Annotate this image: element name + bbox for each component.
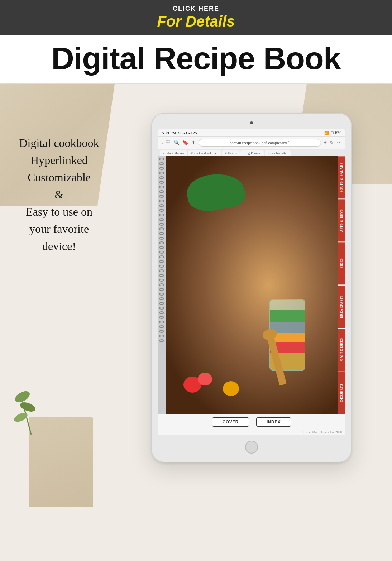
left-text-panel: Digital cookbookHyperlinkedCustomizable&… <box>0 106 111 255</box>
spiral-loop <box>159 325 164 328</box>
wifi-icon: 📶 <box>324 131 329 135</box>
spiral-loop <box>159 214 164 216</box>
leaf-decoration <box>11 385 39 435</box>
spiral-loop <box>159 251 164 254</box>
spiral-loop <box>159 260 164 263</box>
tab-product-planner[interactable]: Product Planner <box>160 150 187 156</box>
description-text: Digital cookbookHyperlinkedCustomizable&… <box>14 134 104 255</box>
tab-mint-gold[interactable]: × mint and gold la... <box>188 150 221 156</box>
tab-sides[interactable]: SIDES <box>338 242 345 284</box>
spiral-loop <box>159 162 164 165</box>
spiral-loop <box>159 288 164 291</box>
spiral-loop <box>159 200 164 202</box>
recipe-book-content: SOUPS & SALADS APPS & BEVS SIDES BREAKFA… <box>158 156 345 414</box>
tablet-bottom <box>158 438 345 456</box>
spiral-loop <box>159 209 164 212</box>
grid-icon[interactable]: ☷ <box>166 140 171 146</box>
edit-icon[interactable]: ✎ <box>330 140 334 146</box>
spiral-loop <box>159 311 164 314</box>
for-details-label: For Details <box>7 13 385 30</box>
tab-desserts[interactable]: DESSERTS <box>338 371 345 414</box>
back-button[interactable]: ‹ <box>161 140 163 145</box>
browser-toolbar[interactable]: ‹ ☷ 🔍 🔖 ⬆ portrait recipe book pdf-compr… <box>158 137 345 149</box>
leaf-c <box>13 411 29 423</box>
spiral-loop <box>159 172 164 174</box>
index-button[interactable]: INDEX <box>256 417 291 427</box>
spiral-loop <box>159 335 164 337</box>
spiral-loop <box>159 167 164 170</box>
spiral-binding <box>158 156 166 414</box>
spiral-loop <box>159 283 164 286</box>
tomato-2 <box>198 373 212 385</box>
spiral-loop <box>159 255 164 258</box>
spiral-loop <box>159 237 164 240</box>
spiral-loop <box>159 186 164 188</box>
leaf-b <box>19 401 37 413</box>
spiral-loop <box>159 223 164 226</box>
status-icons: 📶 ⊟ 19% <box>324 131 341 135</box>
spiral-loop <box>159 232 164 235</box>
spiral-loop <box>159 218 164 221</box>
spiral-loop <box>159 307 164 310</box>
recipe-credit: Sweet Mint Planner Co. 2020 <box>158 430 345 435</box>
bookmark-icon[interactable]: 🔖 <box>182 140 188 146</box>
bottom-section <box>0 543 392 561</box>
battery-indicator: ⊟ 19% <box>331 131 341 135</box>
tab-blog-planner[interactable]: Blog Planner <box>240 150 264 156</box>
click-here-label: CLICK HERE <box>7 5 385 13</box>
tab-kairos[interactable]: × Kairos <box>222 150 240 156</box>
spiral-loop <box>159 227 164 230</box>
spiral-loop <box>159 246 164 249</box>
spiral-loop <box>159 297 164 300</box>
spiral-loop <box>159 279 164 282</box>
spiral-loop <box>159 269 164 272</box>
spiral-loop <box>159 181 164 184</box>
spiral-loop <box>159 321 164 323</box>
spiral-loop <box>159 265 164 268</box>
spiral-loop <box>159 302 164 305</box>
search-icon[interactable]: 🔍 <box>173 140 180 146</box>
spiral-loop <box>159 158 164 160</box>
more-icon[interactable]: ⋯ <box>337 140 342 146</box>
spiral-loop <box>159 330 164 333</box>
status-bar: 5:53 PM Sun Oct 25 📶 ⊟ 19% <box>158 129 345 137</box>
browser-tabs: Product Planner × mint and gold la... × … <box>158 149 345 156</box>
spiral-loop <box>159 274 164 277</box>
tab-apps-bevs[interactable]: APPS & BEVS <box>338 199 345 241</box>
tablet-camera <box>250 121 253 124</box>
cover-button[interactable]: COVER <box>212 417 249 427</box>
top-banner[interactable]: CLICK HERE For Details <box>0 0 392 35</box>
page-title: Digital Recipe Book <box>7 42 385 75</box>
spiral-loop <box>159 293 164 296</box>
spiral-loop <box>159 339 164 342</box>
tab-breakfasts[interactable]: BREAKFASTS <box>338 286 345 328</box>
recipe-photo <box>166 156 338 414</box>
spiral-loop <box>159 316 164 319</box>
recipe-nav-bar: COVER INDEX <box>158 414 345 430</box>
tab-main-dishes[interactable]: MAIN DISHES <box>338 329 345 371</box>
url-bar[interactable]: portrait recipe book pdf-compressed ˅ <box>199 139 321 147</box>
add-icon[interactable]: + <box>324 140 327 145</box>
tab-october-letter[interactable]: × octoberletter <box>265 150 291 156</box>
spiral-loop <box>159 190 164 193</box>
tablet-top-bar <box>158 119 345 126</box>
tablet-screen: 5:53 PM Sun Oct 25 📶 ⊟ 19% ‹ ☷ 🔍 🔖 ⬆ por… <box>158 129 345 435</box>
main-content: Digital cookbookHyperlinkedCustomizable&… <box>0 84 392 543</box>
jar-layer-greens <box>270 310 305 322</box>
share-icon[interactable]: ⬆ <box>191 140 196 146</box>
recipe-category-tabs[interactable]: SOUPS & SALADS APPS & BEVS SIDES BREAKFA… <box>338 156 345 414</box>
home-button[interactable] <box>245 441 258 454</box>
spiral-loop <box>159 241 164 244</box>
status-time: 5:53 PM Sun Oct 25 <box>162 131 197 135</box>
tomato-3 <box>223 381 239 396</box>
spiral-loop <box>159 176 164 179</box>
tablet-device: 5:53 PM Sun Oct 25 📶 ⊟ 19% ‹ ☷ 🔍 🔖 ⬆ por… <box>151 113 352 462</box>
tablet-container: 5:53 PM Sun Oct 25 📶 ⊟ 19% ‹ ☷ 🔍 🔖 ⬆ por… <box>111 106 392 462</box>
tab-soups-salads[interactable]: SOUPS & SALADS <box>338 156 345 198</box>
spiral-loop <box>159 195 164 198</box>
title-section: Digital Recipe Book <box>0 35 392 84</box>
spiral-loop <box>159 204 164 207</box>
